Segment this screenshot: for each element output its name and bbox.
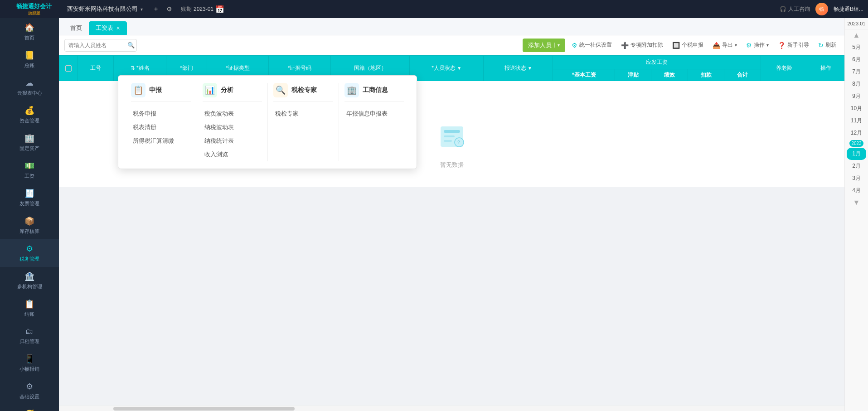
calendar-icon[interactable]: 📅 xyxy=(215,5,224,14)
help-label: 人工咨询 xyxy=(788,5,810,13)
menu-item-income-browse[interactable]: 收入浏览 xyxy=(203,148,262,161)
horizontal-scrollbar[interactable] xyxy=(59,406,844,411)
toolbar-action-special-deduct[interactable]: ➕ 专项附加扣除 xyxy=(618,41,666,49)
menu-item-tax-wave[interactable]: 纳税波动表 xyxy=(203,121,262,134)
sidebar-label-invoice: 发票管理 xyxy=(19,200,39,207)
tab-home[interactable]: 首页 xyxy=(63,21,89,35)
operation-label: 操作 xyxy=(754,41,765,49)
month-item-9[interactable]: 9月 xyxy=(845,90,868,102)
expense-icon: 📱 xyxy=(24,354,34,364)
tab-close-icon[interactable]: ✕ xyxy=(116,25,120,31)
select-all-checkbox[interactable] xyxy=(65,65,72,72)
menu-category-gongshang: 🏢 工商信息 年报信息申报表 xyxy=(339,83,410,161)
month-item-7[interactable]: 7月 xyxy=(845,66,868,78)
tabs-bar: 首页 工资表 ✕ xyxy=(59,18,844,35)
sidebar-item-guide[interactable]: 🧭 新手引导 xyxy=(0,405,59,411)
sidebar-item-invoice[interactable]: 🧾 发票管理 xyxy=(0,184,59,212)
menu-item-tax-stat[interactable]: 纳税统计表 xyxy=(203,134,262,148)
sidebar-item-tax[interactable]: ⚙ 税务管理 xyxy=(0,239,59,267)
export-label: 导出 xyxy=(722,41,733,49)
empty-icon: ? xyxy=(434,117,470,154)
export-arrow-icon: ▾ xyxy=(735,43,737,48)
guide-toolbar-label: 新手引导 xyxy=(787,41,809,49)
settings-icon[interactable]: ⚙ xyxy=(165,5,174,14)
col-total: 合计 xyxy=(724,69,761,81)
menu-item-tax-burden[interactable]: 税负波动表 xyxy=(203,107,262,121)
col-employee-id: 工号 xyxy=(78,56,114,81)
search-input-wrap[interactable]: 🔍 xyxy=(64,39,137,52)
user-name: 畅捷通B组... xyxy=(834,5,863,13)
fenxi-icon: 📊 xyxy=(203,83,217,97)
sidebar-label-home: 首页 xyxy=(24,34,34,41)
special-deduct-label: 专项附加扣除 xyxy=(630,41,663,49)
add-company-icon[interactable]: ＋ xyxy=(151,4,161,14)
sidebar-label-settings: 基础设置 xyxy=(19,393,39,400)
menu-item-tax-table[interactable]: 税表清册 xyxy=(131,121,191,134)
close-period-icon: 📋 xyxy=(24,299,34,309)
toolbar-action-social-security[interactable]: ⚙ 统一社保设置 xyxy=(569,41,615,49)
toolbar-action-refresh[interactable]: ↻ 刷新 xyxy=(815,41,839,49)
refresh-label: 刷新 xyxy=(825,41,836,49)
sidebar-item-archive[interactable]: 🗂 归档管理 xyxy=(0,322,59,349)
month-item-8[interactable]: 8月 xyxy=(845,78,868,90)
sidebar-item-cloud[interactable]: ☁ 云报表中心 xyxy=(0,73,59,101)
add-person-button[interactable]: 添加人员 ▾ xyxy=(523,39,565,52)
menu-item-tax-expert[interactable]: 税检专家 xyxy=(273,107,333,121)
help-button[interactable]: 🎧 人工咨询 xyxy=(780,5,810,13)
sidebar-item-expense[interactable]: 📱 小畅报销 xyxy=(0,349,59,377)
sidebar-item-settings[interactable]: ⚙ 基础设置 xyxy=(0,377,59,405)
toolbar-action-operation[interactable]: ⚙ 操作 ▾ xyxy=(743,41,771,49)
menu-item-tax-calc[interactable]: 所得税汇算清缴 xyxy=(131,134,191,148)
month-item-5[interactable]: 5月 xyxy=(845,41,868,53)
sidebar-label-archive: 归档管理 xyxy=(19,338,39,345)
col-report-status[interactable]: 报送状态 ▼ xyxy=(483,56,553,81)
scroll-down-arrow[interactable]: ▼ xyxy=(851,197,862,208)
month-item-3[interactable]: 3月 xyxy=(845,172,868,184)
special-deduct-icon: ➕ xyxy=(621,42,629,49)
sidebar-item-home[interactable]: 🏠 首页 xyxy=(0,18,59,46)
sidebar-item-assets[interactable]: 🏢 固定资产 xyxy=(0,129,59,156)
col-pension: 养老险 xyxy=(761,56,808,81)
company-name: 西安虾米网络科技有限公司 xyxy=(67,5,138,13)
tab-salary[interactable]: 工资表 ✕ xyxy=(89,21,127,35)
sidebar-item-funds[interactable]: 💰 资金管理 xyxy=(0,101,59,129)
operation-icon: ⚙ xyxy=(746,42,752,49)
sort-icon: ⇅ xyxy=(131,65,135,71)
sidebar-item-multi[interactable]: 🏦 多机构管理 xyxy=(0,267,59,295)
sidebar-item-salary[interactable]: 💵 工资 xyxy=(0,156,59,184)
chevron-down-icon: ▾ xyxy=(141,7,143,12)
month-item-6[interactable]: 6月 xyxy=(845,53,868,66)
menu-category-shenbao: 📋 申报 税务申报 税表清册 所得税汇算清缴 xyxy=(126,83,197,161)
toolbar-action-guide[interactable]: ❓ 新手引导 xyxy=(775,41,812,49)
toolbar-action-export[interactable]: 📤 导出 ▾ xyxy=(710,41,740,49)
month-item-4[interactable]: 4月 xyxy=(845,184,868,197)
month-item-10[interactable]: 10月 xyxy=(845,102,868,115)
sidebar-label-ledger: 总账 xyxy=(24,62,34,69)
sidebar-label-assets: 固定资产 xyxy=(19,145,39,152)
col-base-salary: *基本工资 xyxy=(553,69,615,81)
toolbar: 🔍 添加人员 ▾ ⚙ 统一社保设置 ➕ 专项附加扣除 🔲 个税申报 📤 导出 xyxy=(59,35,844,55)
tax-icon: ⚙ xyxy=(26,244,33,254)
inventory-icon: 📦 xyxy=(24,216,34,226)
menu-item-tax-report[interactable]: 税务申报 xyxy=(131,107,191,121)
social-security-label: 统一社保设置 xyxy=(579,41,612,49)
menu-item-annual-report[interactable]: 年报信息申报表 xyxy=(344,107,404,121)
sidebar-item-inventory[interactable]: 📦 库存核算 xyxy=(0,212,59,239)
month-item-1-active[interactable]: 1月 xyxy=(847,148,866,160)
scrollbar-thumb[interactable] xyxy=(113,407,295,411)
col-group-yingfa: 应发工资 xyxy=(553,56,761,69)
toolbar-action-tax-report[interactable]: 🔲 个税申报 xyxy=(669,41,706,49)
month-item-2[interactable]: 2月 xyxy=(845,160,868,172)
search-input[interactable] xyxy=(68,42,127,48)
sidebar-item-close[interactable]: 📋 结账 xyxy=(0,295,59,322)
dropdown-menu: 📋 申报 税务申报 税表清册 所得税汇算清缴 📊 分析 税负波动表 xyxy=(118,75,417,169)
month-item-11[interactable]: 11月 xyxy=(845,115,868,127)
col-allowance: 津贴 xyxy=(615,69,651,81)
month-item-12[interactable]: 12月 xyxy=(845,127,868,139)
col-staff-status[interactable]: *人员状态 ▼ xyxy=(410,56,484,81)
logo-title: 畅捷通好会计 xyxy=(16,2,52,10)
sidebar-item-ledger[interactable]: 📒 总账 xyxy=(0,46,59,73)
company-selector[interactable]: 西安虾米网络科技有限公司 ▾ xyxy=(63,5,146,13)
scroll-up-arrow[interactable]: ▲ xyxy=(851,29,862,41)
top-bar-actions: ＋ ⚙ xyxy=(151,4,174,14)
